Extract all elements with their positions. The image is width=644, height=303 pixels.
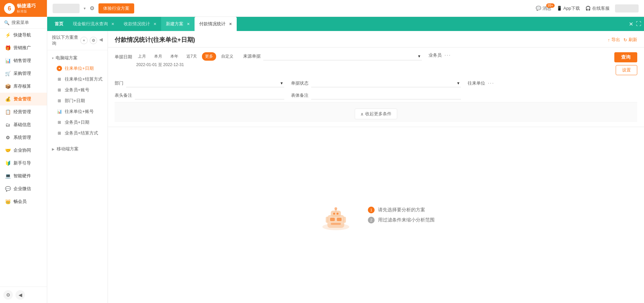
messages-btn[interactable]: 💬 消息 99+ xyxy=(536,5,551,11)
svg-point-9 xyxy=(336,213,339,215)
scheme-item-dept-date[interactable]: ⊞ 部门+日期 xyxy=(47,95,108,106)
scheme-item-label: 业务员+账号 xyxy=(65,87,89,93)
topbar-gear-icon[interactable]: ⚙ xyxy=(90,5,94,11)
download-icon: 📱 xyxy=(557,6,562,11)
sidebar-logo: 6 畅捷通巧 标准版 xyxy=(0,0,47,17)
source-doc-chevron: ▾ xyxy=(418,54,420,59)
tab-payment-stats-close[interactable]: ✕ xyxy=(229,22,232,26)
svg-rect-5 xyxy=(326,217,328,223)
sidebar-item-hardware[interactable]: 💻 智能硬件 xyxy=(0,170,47,182)
tab-receipt-stats[interactable]: 收款情况统计 ✕ xyxy=(119,17,161,31)
scheme-item-unit-settle[interactable]: ⊞ 往来单位+结算方式 xyxy=(47,74,108,85)
dept-select[interactable]: ▾ xyxy=(126,79,284,87)
date-opt-this-month[interactable]: 本月 xyxy=(151,52,165,61)
scheme-item-unit-date[interactable]: ● 往来单位+日期 xyxy=(47,63,108,74)
scheme-item-staff-account[interactable]: ⊞ 业务员+账号 xyxy=(47,85,108,95)
system-icon: ⚙ xyxy=(5,134,11,141)
tab-payment-stats-label: 付款情况统计 xyxy=(199,21,226,27)
logo-icon: 6 xyxy=(4,3,15,14)
add-scheme-btn[interactable]: + xyxy=(80,37,88,44)
scheme-item-staff-date[interactable]: ⊞ 业务员+日期 xyxy=(47,117,108,128)
trial-btn[interactable]: 体验行业方案 xyxy=(98,3,134,13)
scheme-item-unit-account[interactable]: 📊 往来单位+账号 xyxy=(47,106,108,117)
settings-scheme-btn[interactable]: ⚙ xyxy=(90,37,97,44)
tab-bank-flow[interactable]: 现金银行流水查询 ✕ xyxy=(68,17,119,31)
sidebar-item-inventory[interactable]: 📦 库存核算 xyxy=(0,80,47,93)
collapse-sidebar-btn[interactable]: ◀ xyxy=(16,290,25,300)
filter-area: 单据日期 上月 本月 本年 近7天 更多 自定义 2022-01-01 至 20… xyxy=(108,48,644,127)
sidebar-item-guide[interactable]: 🔰 新手引导 xyxy=(0,157,47,170)
page-header: 付款情况统计(往来单位+日期) ↑ 导出 ↻ 刷新 xyxy=(108,31,644,48)
tab-new-plan-close[interactable]: ✕ xyxy=(187,22,190,26)
date-opt-last-month[interactable]: 上月 xyxy=(135,52,149,61)
tab-new-plan[interactable]: 新建方案 ✕ xyxy=(161,17,195,31)
tab-payment-stats[interactable]: 付款情况统计 ✕ xyxy=(195,17,237,31)
step-2-num: 2 xyxy=(368,217,375,223)
export-btn[interactable]: ↑ 导出 xyxy=(608,37,620,43)
step-1-num: 1 xyxy=(368,207,375,213)
sidebar-item-capital[interactable]: 💰 资金管理 xyxy=(0,93,47,105)
sidebar-item-operation[interactable]: 📋 经营管理 xyxy=(0,105,47,118)
body-note-label: 表体备注 xyxy=(291,92,309,98)
query-btn[interactable]: 查询 xyxy=(614,52,637,62)
settings-btn[interactable]: 设置 xyxy=(616,65,637,75)
sidebar-item-purchase[interactable]: 🛒 采购管理 xyxy=(0,67,47,80)
scheme-item-label: 往来单位+日期 xyxy=(65,65,94,71)
sales-icon: 📊 xyxy=(5,58,11,64)
staff-date-icon: ⊞ xyxy=(57,120,62,125)
svg-point-8 xyxy=(333,213,335,215)
date-opt-custom[interactable]: 自定义 xyxy=(218,52,236,61)
search-menu[interactable]: 🔍 搜索菜单 xyxy=(0,17,47,29)
source-doc-select[interactable]: ▾ xyxy=(263,52,422,60)
staff-dots[interactable]: ··· xyxy=(444,52,451,58)
collapse-btn[interactable]: ∧ 收起更多条件 xyxy=(355,109,397,119)
date-opt-more[interactable]: 更多 xyxy=(202,52,216,61)
sidebar-item-label: 智能硬件 xyxy=(13,173,31,179)
sidebar-item-quick-nav[interactable]: ⚡ 快捷导航 xyxy=(0,29,47,41)
tab-home[interactable]: 首页 xyxy=(50,17,68,31)
body-note-input[interactable] xyxy=(311,91,461,99)
desktop-scheme-header[interactable]: ▾ 电脑端方案 xyxy=(47,53,108,63)
topbar-chevron-icon[interactable]: ▾ xyxy=(84,6,86,11)
unit-account-icon: 📊 xyxy=(57,109,62,114)
date-range-value: 2022-01-01 至 2022-12-31 xyxy=(136,62,236,68)
refresh-btn[interactable]: ↻ 刷新 xyxy=(623,37,637,43)
expand-tab-btn[interactable]: ⛶ xyxy=(636,21,641,27)
sidebar-item-system[interactable]: ⚙ 系统管理 xyxy=(0,131,47,144)
sidebar-item-marketing[interactable]: 🎁 营销推广 xyxy=(0,41,47,54)
online-service-btn[interactable]: 🎧 在线客服 xyxy=(585,5,610,11)
cooperation-icon: 🤝 xyxy=(5,147,11,153)
close-all-tabs-btn[interactable]: ✕ xyxy=(629,21,633,27)
collapse-scheme-icon[interactable]: ◀ xyxy=(99,37,103,44)
dept-date-icon: ⊞ xyxy=(57,98,62,103)
date-opt-this-year[interactable]: 本年 xyxy=(167,52,181,61)
tab-bank-flow-close[interactable]: ✕ xyxy=(111,22,114,26)
sidebar-item-wechat[interactable]: 💬 企业微信 xyxy=(0,182,47,195)
scheme-panel: 按以下方案查询 + ⚙ ◀ ▾ 电脑端方案 ● 往来单位+日期 ⊞ xyxy=(47,31,108,303)
page-title: 付款情况统计(往来单位+日期) xyxy=(115,36,195,44)
mobile-scheme-label: 移动端方案 xyxy=(57,146,79,152)
sidebar: 6 畅捷通巧 标准版 🔍 搜索菜单 ⚡ 快捷导航 🎁 营销推广 📊 销售管理 🛒… xyxy=(0,0,47,303)
sidebar-item-basic[interactable]: 🗂 基础信息 xyxy=(0,118,47,131)
main-body: 付款情况统计(往来单位+日期) ↑ 导出 ↻ 刷新 单 xyxy=(108,31,644,303)
staff-settle-icon: ⊞ xyxy=(57,130,62,136)
sidebar-item-cooperation[interactable]: 🤝 企业协同 xyxy=(0,144,47,157)
mobile-scheme-header[interactable]: ▶ 移动端方案 xyxy=(47,144,108,154)
sidebar-item-member[interactable]: 👑 畅会员 xyxy=(0,195,47,208)
empty-step-2: 2 用过滤条件来缩小分析范围 xyxy=(368,217,435,223)
capital-icon: 💰 xyxy=(5,96,11,102)
sidebar-item-sales[interactable]: 📊 销售管理 xyxy=(0,54,47,67)
settings-footer-btn[interactable]: ⚙ xyxy=(3,290,13,300)
app-download-btn[interactable]: 📱 App下载 xyxy=(557,5,580,11)
doc-status-select[interactable]: ▾ xyxy=(311,79,461,87)
tab-receipt-stats-close[interactable]: ✕ xyxy=(153,22,156,26)
sidebar-item-label: 新手引导 xyxy=(13,160,31,166)
sidebar-item-label: 营销推广 xyxy=(13,45,31,51)
partner-dots[interactable]: ··· xyxy=(488,80,494,86)
user-avatar[interactable] xyxy=(615,4,639,12)
scheme-item-staff-settle[interactable]: ⊞ 业务员+结算方式 xyxy=(47,128,108,139)
message-badge: 99+ xyxy=(546,3,555,8)
date-opt-last-7days[interactable]: 近7天 xyxy=(183,52,200,61)
header-note-input[interactable] xyxy=(135,91,284,99)
basic-icon: 🗂 xyxy=(5,122,11,128)
